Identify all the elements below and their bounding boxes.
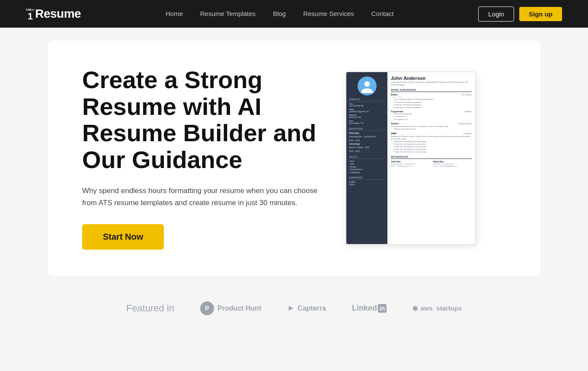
references-title: REFERENCES — [391, 155, 472, 159]
logo[interactable]: Million 1 Resume — [26, 6, 81, 21]
svg-point-1 — [364, 81, 370, 87]
featured-bar: Featured in P Product Hunt ► Capterra Li… — [48, 289, 540, 328]
start-now-button[interactable]: Start Now — [82, 224, 164, 250]
hero-content: Create a Strong Resume with AI Resume Bu… — [82, 67, 324, 250]
contact-location: Los Angeles, CA — [349, 122, 385, 125]
nav-resume-services[interactable]: Resume Services — [303, 10, 354, 17]
resume-right-panel: John Anderson Lorem ipsum dolor sit amet… — [387, 72, 475, 244]
product-hunt-icon: P — [200, 301, 214, 315]
resume-name: John Anderson — [391, 76, 472, 81]
resume-tagline: Lorem ipsum dolor sit amet, consectetur … — [391, 81, 472, 87]
education-section-label: EDUCATION — [349, 127, 385, 131]
capterra-logo: ► Capterra — [287, 304, 326, 313]
product-hunt-logo: P Product Hunt — [200, 301, 261, 315]
nav-actions: Login Sign up — [478, 6, 562, 22]
skills-section-label: SKILLS — [349, 155, 385, 159]
nav-home[interactable]: Home — [166, 10, 183, 17]
reference-2: Rody Doe Graduate – University XIU Email… — [434, 160, 472, 167]
contact-website: anderson.com — [349, 116, 385, 119]
language-section-label: LANGUAGE — [349, 176, 385, 180]
aws-icon: ⎈ — [412, 303, 418, 313]
login-button[interactable]: Login — [478, 6, 514, 22]
navbar: Million 1 Resume Home Resume Templates B… — [0, 0, 588, 28]
job-4: SMM Company Managed the Telegram channel… — [391, 132, 472, 153]
linkedin-in-badge: in — [378, 304, 387, 313]
contact-email: j.anderson@gmail.com — [349, 111, 385, 113]
resume-left-panel: CONTACT Call +54 123 456 789 Email j.and… — [346, 72, 387, 244]
contact-call: +54 123 456 789 — [349, 105, 385, 108]
aws-logo: ⎈ aws startups — [412, 303, 462, 313]
hero-title: Create a Strong Resume with AI Resume Bu… — [82, 67, 324, 173]
hero-section: Create a Strong Resume with AI Resume Bu… — [48, 41, 540, 276]
linkedin-logo: Linked in — [352, 304, 387, 313]
nav-resume-templates[interactable]: Resume Templates — [200, 10, 256, 17]
resume-card: CONTACT Call +54 123 456 789 Email j.and… — [346, 72, 476, 244]
job-1: Editor DC Distress 2018 — 2019 I do ever… — [391, 93, 472, 108]
avatar — [358, 76, 377, 95]
nav-contact[interactable]: Contact — [371, 10, 394, 17]
job-2: Copywriter Testerra How to proofread tex… — [391, 110, 472, 120]
work-experience-title: WORK EXPERIENCE — [391, 89, 472, 92]
job-3: Author Company Name I took three interns… — [391, 122, 472, 130]
nav-blog[interactable]: Blog — [273, 10, 286, 17]
capterra-icon: ► — [287, 304, 295, 313]
featured-label: Featured in — [126, 303, 174, 314]
featured-logos: P Product Hunt ► Capterra Linked in ⎈ aw… — [200, 301, 462, 315]
nav-links: Home Resume Templates Blog Resume Servic… — [166, 10, 393, 18]
hero-subtitle: Why spend endless hours formatting your … — [82, 185, 324, 208]
logo-million: Million 1 — [26, 6, 34, 21]
signup-button[interactable]: Sign up — [519, 7, 562, 21]
contact-section-label: CONTACT — [349, 98, 385, 101]
reference-1: John Doe Undergraduate – University XIU … — [391, 160, 429, 167]
resume-preview: CONTACT Call +54 123 456 789 Email j.and… — [342, 72, 480, 244]
logo-text: Resume — [35, 7, 81, 21]
